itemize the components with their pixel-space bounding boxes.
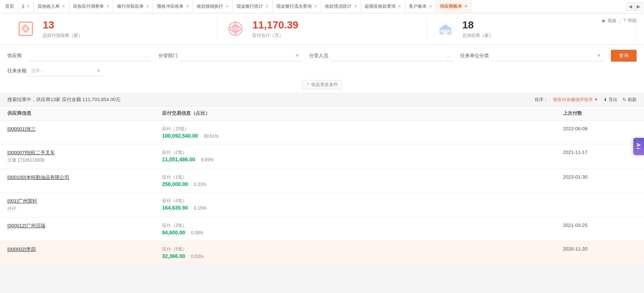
collapse-button[interactable]: ⌃ 收起更多条件 (302, 80, 342, 89)
department-input[interactable] (182, 50, 295, 61)
close-tab-customer-account[interactable]: ✕ (429, 4, 432, 9)
svg-marker-7 (439, 24, 452, 29)
close-tab-supplier-account[interactable]: ✕ (464, 4, 468, 9)
table-row: [000007]恒旺二手叉车 王通 17106110000 应付（2笔） 11,… (0, 144, 644, 169)
svg-point-4 (234, 23, 237, 25)
filter-supplier: 供应商 ... (7, 50, 151, 61)
table-row: [000001]张三 应付（15笔） 100,092,540.00 89.61%… (0, 121, 644, 144)
nav-next-arrow[interactable]: ▶ (634, 3, 643, 11)
supplier-link-5[interactable]: [000012]广州贝瑞 (7, 223, 45, 228)
close-tab-other-income[interactable]: ✕ (62, 4, 65, 9)
ai-assistant-button[interactable]: Ai (633, 138, 644, 155)
export-icon: ⬇ (603, 97, 607, 102)
filter-area: 供应商 ... 分管部门 ▼ 分管人员 ... 往来单位分类 (0, 45, 644, 93)
balance-placeholder: 选择... (31, 68, 43, 74)
nav-tab-other-income[interactable]: 其他收入单 ✕ (34, 0, 69, 13)
collapse-bar: ⌃ 收起更多条件 (7, 80, 637, 89)
department-label: 分管部门 (158, 52, 178, 59)
svg-point-5 (234, 33, 237, 35)
table-row: [000012]广州贝瑞 应付（2笔） 94,600.00 0.08% 2021… (0, 217, 644, 241)
close-tab-ar-adjustment[interactable]: ✕ (106, 4, 109, 9)
department-dropdown-icon[interactable]: ▼ (295, 53, 300, 58)
table-header: 供应商信息 应付交易信息（占比） 上次付数 (0, 106, 644, 121)
nav-tab-collection-stats[interactable]: 收款情况统计 ✕ (321, 0, 361, 13)
lastpay-date-2: 2021-11-17 (563, 149, 588, 155)
nav-tab-3[interactable]: 3 ✕ (18, 0, 34, 13)
close-tab-3[interactable]: ✕ (27, 4, 30, 9)
filter-balance: 往来余额 选择... ▼ (7, 65, 103, 76)
svg-point-2 (232, 24, 239, 34)
nav-tab-prepaid[interactable]: 预收冲应收单 ✕ (153, 0, 193, 13)
help-link[interactable]: ? 帮助 (623, 18, 637, 24)
result-actions: 排序： 按应付余额倒序排序 ▼ ⬇ 导出 ↻ 刷新 (535, 97, 637, 103)
video-link[interactable]: ▶ 视频 (602, 18, 616, 24)
supplier-link-6[interactable]: [000002]李四 (7, 247, 36, 252)
stat-total-payable-suppliers: 13 总应付供应商（家） (7, 18, 217, 40)
header-stats: 13 总应付供应商（家） 11,170.39 应付合计（万） (0, 13, 644, 45)
lastpay-cell-3: 2023-01-30 (563, 174, 637, 180)
close-tab-overdue-query[interactable]: ✕ (398, 4, 401, 9)
transaction-cell-1: 应付（15笔） 100,092,540.00 89.61% (162, 126, 563, 139)
refresh-button[interactable]: ↻ 刷新 (623, 97, 637, 103)
export-button[interactable]: ⬇ 导出 (603, 97, 617, 103)
result-info: 搜索结果中，供应商13家 应付金额 111,703,854.00元 (7, 96, 120, 103)
filter-row-2: 往来余额 选择... ▼ (7, 65, 637, 76)
lastpay-cell-2: 2021-11-17 (563, 149, 637, 155)
grain-icon (224, 18, 246, 40)
person-dots-icon[interactable]: ... (446, 53, 451, 59)
close-tab-bank-deposit[interactable]: ✕ (146, 4, 149, 9)
supplier-link-2[interactable]: [000007]恒旺二手叉车 (7, 150, 55, 155)
category-dropdown-icon[interactable]: ▼ (596, 53, 601, 58)
supplier-link-4[interactable]: [001]广州荣轩 (7, 198, 37, 204)
supplier-cell-3: [000100]本特勤油品有限公司 (7, 174, 162, 181)
nav-tab-ar-adjustment[interactable]: 应收应付调整单 ✕ (69, 0, 113, 13)
sort-label: 排序： (535, 97, 548, 103)
supplier-cell-4: [001]广州荣轩 仔仔 (7, 198, 162, 212)
nav-prev-arrow[interactable]: ◀ (626, 3, 634, 11)
col-header-transaction: 应付交易信息（占比） (162, 110, 563, 117)
person-input-wrapper: ... (330, 50, 453, 61)
close-tab-prepaid[interactable]: ✕ (186, 4, 189, 9)
supplier-input[interactable] (30, 50, 144, 61)
supplier-dots-icon[interactable]: ... (144, 53, 149, 59)
lastpay-date-6: 2020-11-20 (563, 246, 588, 252)
close-tab-collection-exec[interactable]: ✕ (225, 4, 229, 9)
chevron-up-icon: ⌃ (306, 82, 310, 87)
lastpay-date-1: 2022-08-08 (563, 126, 588, 131)
category-label: 往来单位分类 (460, 52, 489, 59)
table-row: [001]广州荣轩 仔仔 应付（4笔） 164,635.90 0.15% (0, 193, 644, 217)
close-tab-collection-stats[interactable]: ✕ (354, 4, 357, 9)
nav-tab-collection-exec[interactable]: 收款核销执行 ✕ (193, 0, 233, 13)
result-bar: 搜索结果中，供应商13家 应付金额 111,703,854.00元 排序： 按应… (0, 93, 644, 106)
nav-tab-bank-deposit[interactable]: 银行存取款单 ✕ (113, 0, 153, 13)
supplier-input-wrapper: ... (28, 50, 151, 61)
stat-payable-label: 总应付供应商（家） (43, 32, 83, 39)
supplier-label: 供应商 (7, 52, 26, 59)
svg-rect-10 (448, 30, 450, 32)
supplier-link-3[interactable]: [000100]本特勤油品有限公司 (7, 175, 69, 180)
nav-tab-home[interactable]: 首页 (1, 0, 18, 13)
filter-department: 分管部门 ▼ (158, 50, 302, 61)
supplier-link-1[interactable]: [000001]张三 (7, 126, 36, 132)
supplier-cell-2: [000007]恒旺二手叉车 王通 17106110000 (7, 149, 162, 163)
nav-tab-supplier-account[interactable]: 供应商账本 ✕ (436, 0, 472, 13)
query-button[interactable]: 查询 (611, 50, 637, 62)
transaction-cell-6: 应付（5笔） 32,366.00 0.03% (162, 246, 563, 259)
nav-tab-overdue-query[interactable]: 超期应收款查询 ✕ (361, 0, 405, 13)
nav-tab-cash-bank-stats[interactable]: 现金银行统计 ✕ (233, 0, 273, 13)
col-header-lastpay: 上次付数 (563, 110, 637, 117)
person-input[interactable] (333, 50, 446, 61)
close-tab-cash-bank-flow[interactable]: ✕ (314, 4, 317, 9)
top-navigation: 首页 3 ✕ 其他收入单 ✕ 应收应付调整单 ✕ 银行存取款单 ✕ 预收冲应收单… (0, 0, 644, 13)
lastpay-cell-1: 2022-08-08 (563, 126, 637, 131)
txn-label-2: 应付（2笔） (162, 149, 563, 156)
close-tab-cash-bank-stats[interactable]: ✕ (265, 4, 269, 9)
nav-tab-cash-bank-flow[interactable]: 现金银行流水查询 ✕ (273, 0, 321, 13)
supplier-cell-5: [000012]广州贝瑞 (7, 223, 162, 229)
balance-dropdown-icon[interactable]: ▼ (96, 68, 101, 73)
transaction-cell-2: 应付（2笔） 11,051,486.00 9.89% (162, 149, 563, 162)
category-input[interactable] (493, 50, 597, 61)
txn-label-4: 应付（4笔） (162, 198, 563, 204)
sort-select[interactable]: 按应付余额倒序排序 ▼ (553, 97, 598, 103)
nav-tab-customer-account[interactable]: 客户账本 ✕ (405, 0, 436, 13)
